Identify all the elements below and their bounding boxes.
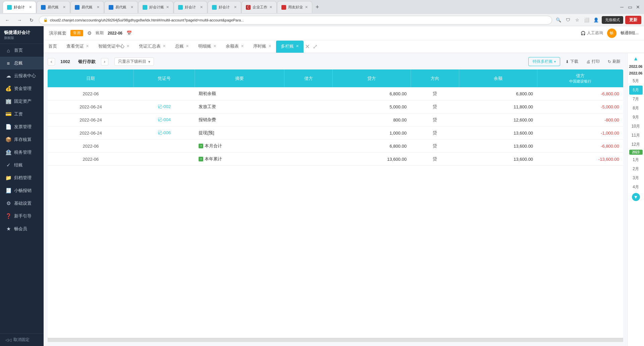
tab-close-btn[interactable]: ✕	[166, 5, 169, 9]
month-item-6[interactable]: 6月	[629, 86, 643, 95]
expand-panel-btn[interactable]: ⤢	[313, 43, 318, 50]
month-nav-up-btn[interactable]: ▲	[632, 54, 640, 63]
refresh-browser-btn[interactable]: ↻	[27, 15, 36, 25]
cell-voucher[interactable]: 记-006	[134, 127, 195, 140]
new-tab-btn[interactable]: +	[313, 2, 322, 12]
cell-col-amount: -800.00	[537, 113, 623, 127]
sidebar-item-general-ledger[interactable]: ≡ 总账	[0, 57, 44, 69]
sidebar-item-archive[interactable]: 📁 归档管理	[0, 171, 44, 184]
sidebar-item-inventory[interactable]: 📦 库存核算	[0, 133, 44, 146]
shield-icon[interactable]: 🛡	[564, 16, 572, 24]
month-item-2023-2[interactable]: 2月	[629, 164, 643, 174]
month-nav-down-btn[interactable]: ▼	[632, 193, 640, 201]
collapse-panel-btn[interactable]: ✕	[305, 43, 310, 50]
settings-gear-icon[interactable]: ⚙	[87, 30, 92, 36]
horizontal-scrollbar[interactable]	[48, 338, 623, 342]
page-tab-view-voucher[interactable]: 查看凭证 ✕	[62, 41, 94, 53]
tab-yidaizhang-1[interactable]: 易代账 ✕	[37, 1, 70, 13]
multi-col-btn[interactable]: 特殊多栏账 ▾	[528, 57, 560, 66]
minimize-btn[interactable]: ─	[619, 4, 625, 10]
month-item-10[interactable]: 10月	[629, 122, 643, 131]
sidebar-item-home[interactable]: ⌂ 首页	[0, 44, 44, 57]
sidebar-item-membership[interactable]: ★ 畅会员	[0, 223, 44, 235]
cell-voucher[interactable]: 记-002	[134, 100, 195, 113]
tab-close-btn[interactable]: ✕	[234, 5, 237, 9]
sidebar-item-expense[interactable]: 🧾 小畅报销	[0, 184, 44, 197]
calendar-icon[interactable]: 📅	[126, 31, 132, 36]
page-tab-home[interactable]: 首页	[44, 41, 62, 53]
extensions-icon[interactable]: ⬜	[583, 16, 590, 24]
page-tab-general-ledger[interactable]: 总账 ✕	[170, 41, 194, 53]
maximize-btn[interactable]: ▭	[627, 4, 633, 10]
tab-close-btn[interactable]: ✕	[269, 5, 272, 9]
month-item-11[interactable]: 11月	[629, 131, 643, 140]
consult-btn[interactable]: 🎧 人工咨询	[581, 30, 603, 36]
month-item-5[interactable]: 5月	[629, 77, 643, 86]
page-tab-close-balance[interactable]: ✕	[241, 44, 244, 48]
sidebar-item-fixed-assets[interactable]: 🏢 固定资产	[0, 95, 44, 108]
next-account-btn[interactable]: ›	[101, 58, 108, 65]
stealth-mode-btn[interactable]: 无痕模式	[602, 16, 623, 24]
table-row: 2022-06 期初余额 6,800.00 贷 6,800.00 -6,800.…	[48, 87, 623, 100]
page-tab-close-multi-col[interactable]: ✕	[296, 44, 299, 48]
page-tab-smart-voucher[interactable]: 智能凭证中心 ✕	[94, 41, 134, 53]
page-tab-multi-col[interactable]: 多栏账 ✕	[276, 41, 304, 53]
forward-btn[interactable]: →	[15, 15, 24, 25]
sidebar-item-fund-mgmt[interactable]: 💰 资金管理	[0, 82, 44, 95]
sidebar-pin-btn[interactable]: ◁◁ 取消固定	[0, 333, 44, 346]
tab-enterprise[interactable]: C 企业工作 ✕	[241, 1, 277, 13]
demo-badge[interactable]: 常用	[70, 30, 83, 36]
month-item-2023-4[interactable]: 4月	[629, 183, 643, 192]
month-item-7[interactable]: 7月	[629, 95, 643, 104]
star-icon[interactable]: ☆	[574, 16, 581, 24]
month-item-8[interactable]: 8月	[629, 104, 643, 113]
sidebar-item-closing[interactable]: ✓ 结账	[0, 159, 44, 171]
search-icon[interactable]: 🔍	[555, 16, 562, 24]
filter-dropdown[interactable]: 只显示下级科目 ▾	[114, 57, 154, 66]
sidebar-item-guide[interactable]: ❓ 新手引导	[0, 210, 44, 223]
page-tab-close-sequence[interactable]: ✕	[268, 44, 271, 48]
tab-yidaizhang-2[interactable]: 易代账 ✕	[70, 1, 104, 13]
address-input[interactable]: 🔒 cloud2.chanjet.com/accounting/uh26t264…	[39, 16, 552, 24]
month-item-2023-1[interactable]: 1月	[629, 155, 643, 164]
page-tab-sequence-ledger[interactable]: 序时账 ✕	[249, 41, 276, 53]
tab-close-btn[interactable]: ✕	[305, 5, 308, 9]
back-btn[interactable]: ←	[3, 15, 12, 25]
user-avatar[interactable]: 畅	[607, 29, 616, 38]
month-item-2023-3[interactable]: 3月	[629, 174, 643, 183]
sidebar-item-payroll[interactable]: 💳 工资	[0, 108, 44, 120]
sidebar-item-tax-mgmt[interactable]: 🏦 税务管理	[0, 146, 44, 159]
sidebar-item-cloud-reports[interactable]: ☁ 云报表中心	[0, 69, 44, 82]
update-btn[interactable]: 更新	[625, 16, 641, 24]
sidebar-item-settings[interactable]: ⚙ 基础设置	[0, 197, 44, 210]
page-tab-close-general-ledger[interactable]: ✕	[186, 44, 189, 48]
page-tab-close-view-voucher[interactable]: ✕	[86, 44, 89, 48]
close-window-btn[interactable]: ✕	[635, 4, 641, 10]
page-tab-close-smart-voucher[interactable]: ✕	[126, 44, 129, 48]
tab-yidaizhang-3[interactable]: 易代账 ✕	[104, 1, 138, 13]
tab-close-btn[interactable]: ✕	[29, 5, 32, 9]
page-tab-close-voucher-summary[interactable]: ✕	[163, 44, 166, 48]
tab-close-btn[interactable]: ✕	[200, 5, 203, 9]
tab-haohuiji-active[interactable]: 好会计 ✕	[3, 1, 36, 13]
tab-haohuiji-3[interactable]: 好会计 ✕	[174, 1, 207, 13]
tab-close-btn[interactable]: ✕	[63, 5, 66, 9]
month-item-9[interactable]: 9月	[629, 113, 643, 122]
print-btn[interactable]: 🖨 打印	[584, 57, 602, 66]
sidebar-item-invoice-mgmt[interactable]: 📄 发票管理	[0, 120, 44, 133]
page-tab-balance[interactable]: 余额表 ✕	[221, 41, 249, 53]
month-item-12[interactable]: 12月	[629, 140, 643, 149]
refresh-ledger-btn[interactable]: ↻ 刷新	[605, 57, 623, 66]
tab-haohuiji-2[interactable]: 好会计账 ✕	[138, 1, 173, 13]
page-tab-close-detail[interactable]: ✕	[213, 44, 216, 48]
download-btn[interactable]: ⬇ 下载	[563, 57, 581, 66]
page-tab-voucher-summary[interactable]: 凭证汇总表 ✕	[134, 41, 170, 53]
prev-account-btn[interactable]: ‹	[48, 58, 55, 65]
tab-haohuiji-4[interactable]: 好会计 ✕	[208, 1, 241, 13]
page-tab-detail-ledger[interactable]: 明细账 ✕	[194, 41, 221, 53]
tab-yonyou[interactable]: 用友好业 ✕	[277, 1, 312, 13]
tab-close-btn[interactable]: ✕	[97, 5, 100, 9]
tab-close-btn[interactable]: ✕	[130, 5, 133, 9]
cell-voucher[interactable]: 记-004	[134, 113, 195, 127]
profile-icon[interactable]: 👤	[592, 16, 600, 24]
